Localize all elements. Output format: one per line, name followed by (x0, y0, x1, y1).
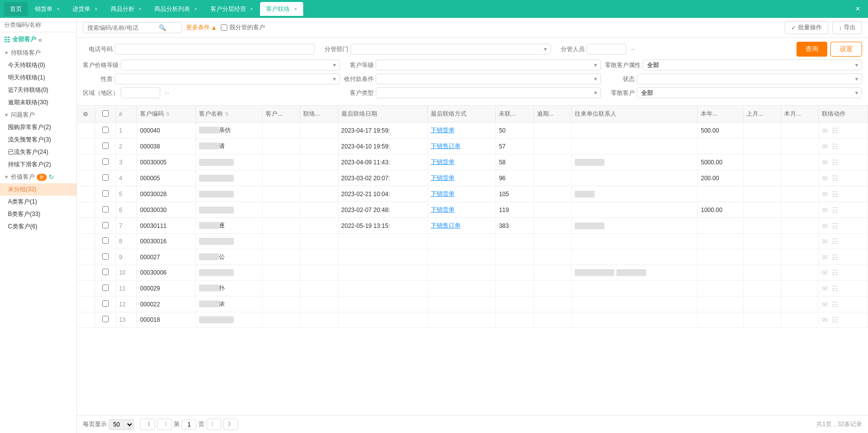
nav-purchase-close[interactable]: × (94, 6, 97, 12)
contact-type-link[interactable]: 下销货单 (431, 174, 455, 181)
row-checkbox[interactable] (102, 127, 109, 133)
menu-icon[interactable]: ☷ (832, 269, 838, 277)
nav-customer-layer[interactable]: 客户分层经营 × (204, 2, 259, 16)
sidebar-search-input[interactable] (4, 21, 77, 28)
more-conditions-btn[interactable]: 更多条件 ▲ (186, 23, 217, 32)
contact-type-link[interactable]: 下销货单 (431, 206, 455, 213)
sidebar-item-abnormal[interactable]: 囤购异常客户(2) (0, 121, 76, 134)
sidebar-item-overdue-contact[interactable]: 逾期未联络(30) (0, 96, 76, 109)
menu-icon[interactable]: ☷ (832, 206, 838, 214)
menu-icon[interactable]: ☷ (832, 237, 838, 245)
last-page-btn[interactable]: 》 (223, 419, 238, 430)
filter-type-select[interactable] (376, 87, 601, 98)
nav-goods-analysis[interactable]: 商品分析 × (105, 2, 147, 16)
filter-status-select[interactable] (637, 73, 862, 84)
sidebar-all-customers[interactable]: ☷ 全部客户 « (0, 32, 76, 47)
chat-icon[interactable]: ✉ (822, 143, 828, 150)
chat-icon[interactable]: ✉ (822, 237, 828, 245)
chat-icon[interactable]: ✉ (822, 222, 828, 230)
row-checkbox[interactable] (102, 190, 109, 197)
nav-goods-list[interactable]: 商品分析列表 × (148, 2, 203, 16)
search-input[interactable] (87, 24, 157, 31)
menu-icon[interactable]: ☷ (832, 316, 838, 324)
my-customers-check[interactable] (221, 24, 227, 31)
prev-page-btn[interactable]: 〈 (157, 419, 172, 430)
chat-icon[interactable]: ✉ (822, 127, 828, 135)
nav-customer-layer-close[interactable]: × (250, 6, 253, 12)
sort-code-icon[interactable]: ⇅ (166, 111, 170, 117)
row-checkbox[interactable] (102, 285, 109, 291)
sidebar-item-declining[interactable]: 持续下滑客户(2) (0, 158, 76, 171)
row-checkbox[interactable] (102, 237, 109, 244)
refresh-icon[interactable]: ↻ (49, 173, 54, 181)
filter-sparse-select[interactable]: 全部 (637, 87, 862, 98)
row-checkbox[interactable] (102, 174, 109, 181)
more-dots-icon[interactable]: ··· (630, 46, 635, 53)
batch-action-btn[interactable]: ✓ 批量操作 (785, 21, 828, 34)
th-setting[interactable]: ⚙ (77, 106, 95, 123)
query-btn[interactable]: 查询 (797, 42, 827, 57)
menu-icon[interactable]: ☷ (832, 222, 838, 230)
filter-price-select[interactable] (121, 60, 340, 71)
chat-icon[interactable]: ✉ (822, 269, 828, 277)
nav-goods-list-close[interactable]: × (194, 6, 197, 12)
nav-sales[interactable]: 销货单 × (29, 2, 66, 16)
row-checkbox[interactable] (102, 316, 109, 322)
chat-icon[interactable]: ✉ (822, 285, 828, 292)
chat-icon[interactable]: ✉ (822, 206, 828, 214)
gear-icon[interactable]: ⚙ (83, 111, 88, 118)
contact-type-link[interactable]: 下销货单 (431, 127, 455, 134)
sidebar-item-class-b[interactable]: B类客户(33) (0, 208, 76, 220)
next-page-btn[interactable]: 〉 (206, 419, 221, 430)
menu-icon[interactable]: ☷ (832, 285, 838, 292)
close-all-btn[interactable]: × (852, 4, 864, 13)
sidebar-item-class-a[interactable]: A类客户(1) (0, 196, 76, 208)
chat-icon[interactable]: ✉ (822, 316, 828, 324)
reset-btn[interactable]: 设置 (830, 42, 862, 57)
sidebar-item-week-contact[interactable]: 近7天待联络(0) (0, 84, 76, 96)
th-code[interactable]: 客户编码 ⇅ (137, 106, 196, 123)
select-all-checkbox[interactable] (102, 110, 109, 117)
nav-customer-contact[interactable]: 客户联络 × (260, 2, 303, 16)
sidebar-item-class-c[interactable]: C类客户(6) (0, 220, 76, 233)
row-checkbox[interactable] (102, 300, 109, 307)
contact-type-link[interactable]: 下销售订单 (431, 222, 461, 229)
page-size-select[interactable]: 50 20 100 (109, 419, 134, 430)
menu-icon[interactable]: ☷ (832, 190, 838, 198)
menu-icon[interactable]: ☷ (832, 158, 838, 166)
filter-region-input[interactable] (121, 87, 160, 98)
row-checkbox[interactable] (102, 143, 109, 149)
menu-icon[interactable]: ☷ (832, 127, 838, 135)
contact-type-link[interactable]: 下销售订单 (431, 143, 461, 149)
chat-icon[interactable]: ✉ (822, 190, 828, 198)
nav-home[interactable]: 首页 (4, 2, 28, 16)
filter-phone-input[interactable] (115, 44, 315, 55)
sort-name-icon[interactable]: ⇅ (225, 111, 229, 117)
menu-icon[interactable]: ☷ (832, 253, 838, 261)
first-page-btn[interactable]: 《 (140, 419, 155, 430)
nav-goods-close[interactable]: × (138, 6, 141, 12)
search-icon[interactable]: 🔍 (159, 24, 166, 31)
region-dots-icon[interactable]: ··· (164, 89, 169, 96)
sidebar-group-problem[interactable]: ▼ 问题客户 (0, 109, 76, 121)
sidebar-item-ungroup[interactable]: 未分组(32) (0, 183, 76, 196)
row-checkbox[interactable] (102, 158, 109, 165)
row-checkbox[interactable] (102, 269, 109, 275)
export-btn[interactable]: ↓ 导出 (832, 21, 862, 34)
sidebar-item-churn-warning[interactable]: 流失预警客户(3) (0, 134, 76, 146)
th-name[interactable]: 客户名称 ⇅ (196, 106, 263, 123)
filter-attr-select[interactable]: 全部 (643, 60, 862, 71)
row-checkbox[interactable] (102, 222, 109, 228)
nav-purchase[interactable]: 进货单 × (67, 2, 103, 16)
sidebar-item-tomorrow-contact[interactable]: 明天待联络(1) (0, 72, 76, 84)
chat-icon[interactable]: ✉ (822, 158, 828, 166)
nav-sales-close[interactable]: × (57, 6, 60, 12)
sidebar-item-today-contact[interactable]: 今天待联络(0) (0, 59, 76, 72)
sidebar-collapse-btn[interactable]: « (38, 36, 42, 44)
filter-person-input[interactable] (587, 44, 626, 55)
filter-nature-select[interactable] (115, 73, 340, 84)
row-checkbox[interactable] (102, 253, 109, 260)
my-customers-checkbox[interactable]: 我分管的客户 (221, 23, 265, 32)
chat-icon[interactable]: ✉ (822, 174, 828, 182)
sidebar-item-churned[interactable]: 已流失客户(24) (0, 146, 76, 158)
